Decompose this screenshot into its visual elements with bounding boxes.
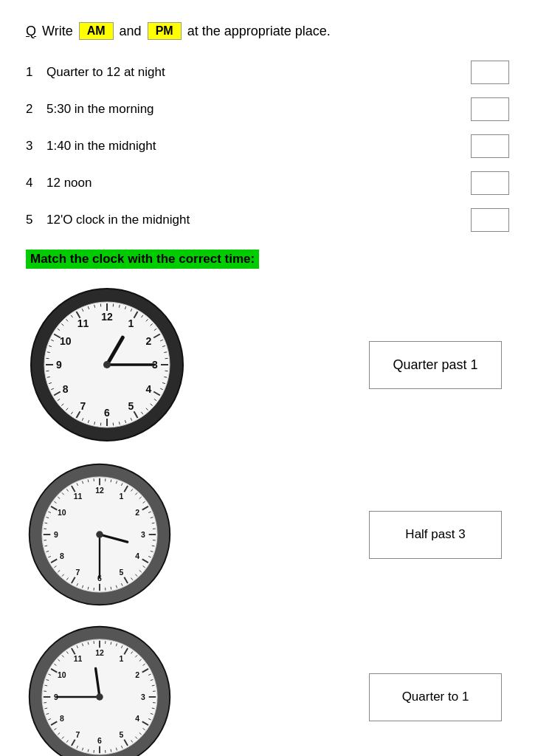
clock-container-1: 121234567891011: [26, 284, 188, 446]
q-text-5: 12'O clock in the midnight: [46, 213, 456, 227]
header-question: Q Write AM and PM at the appropriate pla…: [26, 22, 509, 40]
answer-box-2[interactable]: [471, 97, 509, 121]
q-label: Q: [26, 24, 36, 39]
q-num-2: 2: [26, 102, 46, 117]
svg-text:3: 3: [141, 531, 145, 539]
svg-text:1: 1: [128, 317, 134, 329]
match-row-2: 121234567891011 Half past 3: [26, 461, 509, 608]
svg-text:8: 8: [63, 383, 69, 395]
svg-text:2: 2: [135, 671, 139, 679]
q-text-2: 5:30 in the morning: [46, 102, 456, 117]
svg-text:2: 2: [135, 509, 139, 517]
svg-text:12: 12: [95, 649, 104, 657]
am-pm-section: 1 Quarter to 12 at night 2 5:30 in the m…: [26, 61, 509, 232]
svg-text:2: 2: [145, 335, 151, 347]
q-text-3: 1:40 in the midnight: [46, 139, 456, 154]
answer-box-3[interactable]: [471, 134, 509, 158]
svg-point-76: [103, 361, 111, 368]
svg-text:10: 10: [58, 671, 66, 679]
q-num-3: 3: [26, 139, 46, 154]
clock-3: 121234567891011: [26, 619, 173, 756]
svg-text:5: 5: [128, 400, 134, 412]
match-section-title: Match the clock with the correct time:: [26, 250, 259, 269]
clock-container-3: 121234567891011: [26, 623, 173, 756]
svg-text:7: 7: [76, 731, 80, 739]
rest-text: at the appropriate place.: [187, 24, 331, 39]
svg-text:7: 7: [80, 400, 86, 412]
q-num-5: 5: [26, 213, 46, 227]
time-label-3: Quarter to 1: [369, 673, 502, 721]
q-num-4: 4: [26, 176, 46, 190]
q-text-1: Quarter to 12 at night: [46, 65, 456, 80]
svg-text:11: 11: [77, 317, 89, 329]
svg-point-153: [96, 531, 103, 538]
svg-text:4: 4: [145, 383, 151, 395]
svg-text:5: 5: [120, 731, 124, 739]
question-row-3: 3 1:40 in the midnight: [26, 134, 509, 158]
match-row-1: 121234567891011 Quarter past 1: [26, 284, 509, 446]
svg-point-230: [96, 693, 103, 701]
svg-text:8: 8: [60, 552, 64, 560]
svg-text:1: 1: [120, 492, 124, 501]
pm-badge: PM: [148, 22, 182, 40]
svg-text:10: 10: [60, 335, 72, 347]
svg-text:6: 6: [104, 407, 110, 419]
svg-text:6: 6: [97, 737, 102, 745]
svg-text:11: 11: [74, 655, 83, 663]
q-text-4: 12 noon: [46, 176, 456, 190]
answer-box-1[interactable]: [471, 61, 509, 84]
svg-text:8: 8: [60, 715, 64, 723]
q-num-1: 1: [26, 65, 46, 80]
question-row-1: 1 Quarter to 12 at night: [26, 61, 509, 84]
svg-text:9: 9: [56, 359, 62, 371]
match-row-3: 121234567891011 Quarter to 1: [26, 623, 509, 756]
svg-text:4: 4: [135, 552, 139, 560]
svg-text:12: 12: [101, 311, 113, 323]
question-row-2: 2 5:30 in the morning: [26, 97, 509, 121]
svg-text:3: 3: [141, 693, 145, 701]
clock-2: 121234567891011: [26, 457, 173, 612]
svg-text:1: 1: [120, 655, 124, 663]
clock-container-2: 121234567891011: [26, 461, 173, 608]
svg-text:5: 5: [120, 568, 124, 577]
question-row-5: 5 12'O clock in the midnight: [26, 208, 509, 232]
question-row-4: 4 12 noon: [26, 171, 509, 195]
svg-text:4: 4: [135, 715, 139, 723]
match-section: 121234567891011 Quarter past 1 121234567…: [26, 284, 509, 756]
write-text: Write: [42, 24, 73, 39]
clock-1: 121234567891011: [30, 287, 184, 442]
time-label-2: Half past 3: [369, 511, 502, 559]
am-badge: AM: [79, 22, 114, 40]
and-text: and: [120, 24, 142, 39]
svg-text:12: 12: [95, 487, 104, 495]
answer-box-4[interactable]: [471, 171, 509, 195]
svg-text:10: 10: [58, 509, 66, 517]
svg-text:11: 11: [74, 492, 83, 501]
answer-box-5[interactable]: [471, 208, 509, 232]
svg-text:7: 7: [76, 568, 80, 577]
svg-text:9: 9: [54, 531, 58, 539]
time-label-1: Quarter past 1: [369, 341, 502, 389]
